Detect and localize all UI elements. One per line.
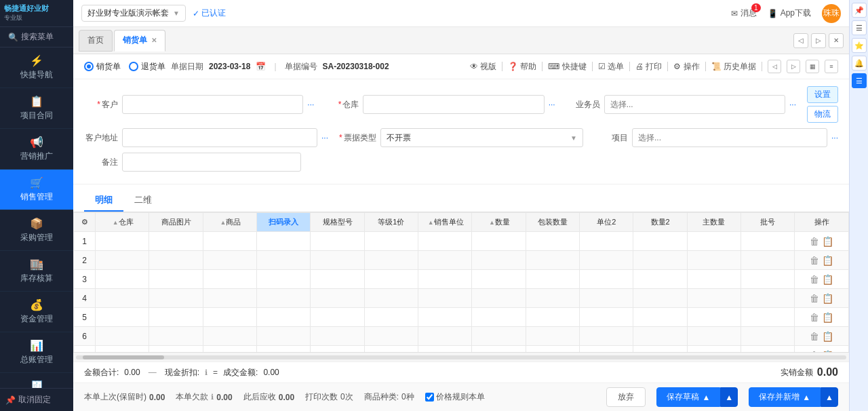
row-cell-2[interactable] [203, 232, 256, 251]
row-cell-2[interactable] [203, 251, 256, 270]
row-cell-1[interactable] [149, 270, 203, 289]
th-barcode[interactable]: 扫码录入 [257, 213, 311, 232]
row-cell-0[interactable] [96, 327, 149, 346]
row-cell-11[interactable] [687, 232, 741, 251]
project-ellipsis[interactable]: ··· [831, 133, 838, 142]
delete-icon[interactable]: 🗑 [810, 312, 819, 323]
operation-action[interactable]: ⚙ 操作 [673, 61, 699, 73]
copy-icon[interactable]: 📋 [822, 331, 833, 342]
row-cell-1[interactable] [149, 251, 203, 270]
user-avatar[interactable]: 珠珠 [822, 4, 841, 23]
row-cell-11[interactable] [687, 289, 741, 308]
copy-icon[interactable]: 📋 [822, 312, 833, 323]
row-cell-7[interactable] [472, 346, 526, 353]
warehouse-ellipsis[interactable]: ··· [549, 100, 555, 109]
row-cell-1[interactable] [149, 327, 203, 346]
header-layout2-btn[interactable]: ≡ [825, 60, 838, 73]
invoice-select[interactable]: 不开票 ▼ [380, 128, 583, 147]
view-action[interactable]: 👁 视版 [470, 61, 496, 73]
row-cell-12[interactable] [741, 270, 795, 289]
row-cell-10[interactable] [633, 251, 687, 270]
sidebar-item-sales[interactable]: 🛒 销售管理 [0, 170, 73, 210]
app-download-action[interactable]: 📱 App下载 [768, 7, 811, 19]
row-cell-9[interactable] [580, 289, 633, 308]
delete-icon[interactable]: 🗑 [810, 274, 819, 285]
row-cell-10[interactable] [633, 270, 687, 289]
sub-tab-2d[interactable]: 二维 [123, 190, 163, 212]
row-cell-6[interactable] [418, 289, 472, 308]
sidebar-item-nav[interactable]: ⚡ 快捷导航 [0, 47, 73, 88]
row-cell-2[interactable] [203, 346, 256, 353]
row-cell-4[interactable] [311, 327, 364, 346]
help-action[interactable]: ❓ 帮助 [508, 61, 536, 73]
copy-icon[interactable]: 📋 [822, 350, 833, 353]
row-cell-3[interactable] [257, 289, 311, 308]
sidebar-item-invoice[interactable]: 🧾 发票管理 [0, 373, 73, 388]
row-cell-9[interactable] [580, 251, 633, 270]
row-cell-11[interactable] [687, 270, 741, 289]
print-action[interactable]: 🖨 打印 [635, 61, 662, 73]
row-cell-11[interactable] [687, 251, 741, 270]
select-action[interactable]: ☑ 选单 [598, 61, 624, 73]
row-cell-6[interactable] [418, 270, 472, 289]
delete-icon[interactable]: 🗑 [810, 293, 819, 304]
row-cell-9[interactable] [580, 270, 633, 289]
row-cell-6[interactable] [418, 232, 472, 251]
row-cell-1[interactable] [149, 308, 203, 327]
row-cell-7[interactable] [472, 270, 526, 289]
row-cell-4[interactable] [311, 251, 364, 270]
row-cell-0[interactable] [96, 346, 149, 353]
address-ellipsis[interactable]: ··· [321, 133, 328, 142]
delete-icon[interactable]: 🗑 [810, 236, 819, 247]
row-cell-9[interactable] [580, 308, 633, 327]
discount-info-icon[interactable]: ℹ [205, 368, 208, 377]
row-cell-8[interactable] [526, 346, 579, 353]
row-cell-10[interactable] [633, 308, 687, 327]
row-cell-3[interactable] [257, 327, 311, 346]
delete-icon[interactable]: 🗑 [810, 255, 819, 266]
row-cell-2[interactable] [203, 270, 256, 289]
row-cell-7[interactable] [472, 251, 526, 270]
add-button[interactable]: 物流 [807, 106, 838, 123]
sidebar-item-inventory[interactable]: 🏬 库存核算 [0, 251, 73, 292]
scroll-thumb[interactable] [83, 355, 164, 359]
sidebar-search[interactable]: 🔍 搜索菜单 [0, 27, 73, 47]
row-cell-1[interactable] [149, 346, 203, 353]
set-button[interactable]: 设置 [807, 86, 838, 103]
row-cell-8[interactable] [526, 270, 579, 289]
warehouse-input[interactable]: 小安仓库 [363, 95, 544, 114]
right-panel-btn-3[interactable]: ⭐ [852, 38, 867, 53]
row-cell-5[interactable] [364, 270, 418, 289]
header-next-btn[interactable]: ▷ [787, 60, 800, 73]
row-cell-9[interactable] [580, 327, 633, 346]
right-panel-btn-2[interactable]: ☰ [852, 20, 867, 35]
row-cell-3[interactable] [257, 270, 311, 289]
copy-icon[interactable]: 📋 [822, 236, 833, 247]
row-cell-5[interactable] [364, 232, 418, 251]
row-cell-1[interactable] [149, 232, 203, 251]
address-input[interactable] [122, 128, 317, 147]
radio-return[interactable]: 退货单 [129, 61, 165, 73]
row-cell-6[interactable] [418, 346, 472, 353]
sidebar-item-marketing[interactable]: 📢 营销推广 [0, 129, 73, 170]
save-new-dropdown-btn[interactable]: ▲ [821, 387, 838, 407]
row-cell-12[interactable] [741, 289, 795, 308]
shortcut-action[interactable]: ⌨ 快捷键 [548, 61, 586, 73]
right-panel-btn-1[interactable]: 📌 [852, 3, 867, 18]
copy-icon[interactable]: 📋 [822, 293, 833, 304]
row-cell-8[interactable] [526, 232, 579, 251]
staff-input[interactable]: 选择... [604, 95, 785, 114]
customer-ellipsis[interactable]: ··· [307, 100, 314, 109]
sidebar-item-project[interactable]: 📋 项目合同 [0, 88, 73, 129]
history-action[interactable]: 📜 历史单据 [711, 61, 756, 73]
row-cell-6[interactable] [418, 308, 472, 327]
row-cell-3[interactable] [257, 251, 311, 270]
tab-close-icon[interactable]: ✕ [151, 37, 157, 44]
row-cell-7[interactable] [472, 327, 526, 346]
row-cell-6[interactable] [418, 251, 472, 270]
right-panel-btn-5[interactable]: ☰ [852, 73, 867, 88]
row-cell-10[interactable] [633, 232, 687, 251]
row-cell-7[interactable] [472, 289, 526, 308]
tab-next-btn[interactable]: ▷ [811, 33, 826, 48]
row-cell-9[interactable] [580, 346, 633, 353]
